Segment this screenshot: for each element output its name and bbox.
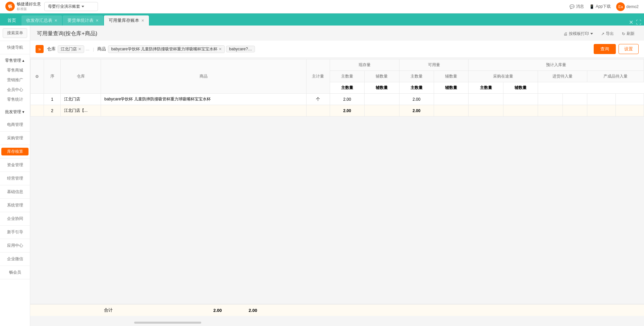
- sidebar-section-wholesale-mgmt: 批发管理 ▼: [0, 106, 30, 118]
- sidebar-item-purchase[interactable]: 采购管理: [0, 132, 30, 145]
- tab-available-stock-close[interactable]: ✕: [141, 18, 144, 23]
- row2-cs-aux: [365, 105, 399, 117]
- th-pp-aux: 辅数量: [503, 82, 538, 94]
- product-tag-value: babycare学饮杯 儿童防摔防撞吸管杯重力球吸嘴杯宝宝水杯: [111, 46, 217, 52]
- tab-available-stock-label: 可用量库存账本: [109, 17, 139, 24]
- row2-pi-aux: [503, 105, 538, 117]
- sidebar-item-retail-mall[interactable]: 零售商城: [1, 65, 29, 75]
- print-template-button[interactable]: 🖨 按模板打印: [561, 30, 596, 38]
- query-button[interactable]: 查询: [594, 44, 616, 54]
- row2-av-main: 2.00: [399, 105, 434, 117]
- warehouse-filter-more[interactable]: …: [86, 47, 90, 51]
- sidebar-item-new-guide[interactable]: 新手引导: [0, 226, 30, 239]
- sidebar-retail-mgmt-header[interactable]: 零售管理 ▲: [1, 56, 29, 65]
- sidebar-item-vip-member[interactable]: 畅会员: [0, 266, 30, 279]
- sidebar-app-center-label: 应用中心: [1, 242, 29, 249]
- tab-order-stats-label: 要货单统计表: [67, 17, 94, 24]
- avatar: Ea: [616, 2, 625, 11]
- horizontal-scrollbar[interactable]: [30, 319, 644, 326]
- logo-area: 畅 畅捷通好生意 标准版: [5, 2, 41, 11]
- message-button[interactable]: 💬 消息: [570, 4, 584, 9]
- filter-expand-button[interactable]: »: [36, 45, 44, 53]
- industry-selector[interactable]: 母婴行业演示账套: [44, 2, 98, 11]
- tab-receipt-summary-close[interactable]: ✕: [54, 18, 57, 23]
- table-container: ⚙ 序 仓库 商品 主计量 现存量 可用量 预计入库量 主数量 辅数量 主数量 …: [30, 59, 644, 117]
- th-cs-main: 主数量: [330, 71, 364, 82]
- scroll-thumb: [134, 322, 201, 324]
- page-header: 可用量查询(按仓库+商品) 🖨 按模板打印 ↗ 导出 ↻ 刷新: [30, 26, 644, 41]
- refresh-icon: ↻: [622, 32, 625, 36]
- refresh-button[interactable]: ↻ 刷新: [619, 30, 637, 38]
- warehouse-tag-value: 江北门店: [61, 46, 77, 52]
- row2-pp-aux: [615, 105, 644, 117]
- nav-expand-button[interactable]: ⛶: [636, 19, 641, 26]
- row1-pp-aux: [615, 94, 644, 105]
- row1-unit: 个: [306, 94, 330, 105]
- sidebar-item-marketing[interactable]: 营销推广: [1, 75, 29, 85]
- th-product-pending: 产成品待入量: [587, 71, 644, 82]
- row1-pi-aux: [503, 94, 538, 105]
- sidebar-item-system-mgmt[interactable]: 系统管理: [0, 199, 30, 212]
- tab-order-stats-close[interactable]: ✕: [96, 18, 99, 23]
- sidebar-purchase-label: 采购管理: [1, 134, 29, 142]
- sidebar-item-enterprise-wechat[interactable]: 企业微信: [0, 252, 30, 266]
- footer-label: 合计: [30, 307, 113, 313]
- nav-right-actions: ✕ ⛶: [629, 19, 641, 26]
- th-pp-main: 主数量: [469, 82, 503, 94]
- sidebar-search-box[interactable]: 搜索菜单: [3, 28, 27, 38]
- sidebar-item-enterprise-collab[interactable]: 企业协同: [0, 212, 30, 226]
- row2-ip-main: [538, 105, 562, 117]
- tab-home[interactable]: 首页: [3, 15, 21, 26]
- sidebar-search[interactable]: 搜索菜单: [0, 26, 30, 41]
- sidebar-item-inventory[interactable]: 库存核算: [0, 145, 30, 158]
- th-pi-aux: 辅数量: [365, 82, 399, 94]
- settings-button[interactable]: 设置: [619, 44, 639, 54]
- row1-warehouse: 江北门店: [61, 94, 101, 105]
- tab-available-stock[interactable]: 可用量库存账本 ✕: [104, 15, 149, 26]
- user-name: demo2: [626, 4, 639, 9]
- th-product: 商品: [101, 59, 307, 94]
- tab-receipt-summary-label: 收发存汇总表: [26, 17, 52, 24]
- th-current-stock: 现存量: [330, 59, 399, 71]
- print-chevron-icon: [590, 33, 593, 35]
- sidebar-ecommerce-label: 电商管理: [1, 121, 29, 129]
- table-body: 1 江北门店 babycare学饮杯 儿童防摔防撞吸管杯重力球吸嘴杯宝宝水杯 个…: [31, 94, 644, 117]
- page-actions: 🖨 按模板打印 ↗ 导出 ↻ 刷新: [561, 30, 637, 38]
- data-table: ⚙ 序 仓库 商品 主计量 现存量 可用量 预计入库量 主数量 辅数量 主数量 …: [30, 59, 644, 117]
- sidebar-item-app-center[interactable]: 应用中心: [0, 239, 30, 252]
- export-label: 导出: [606, 31, 614, 37]
- warehouse-filter-tags: 江北门店 ✕ …: [58, 45, 90, 53]
- top-bar: 畅 畅捷通好生意 标准版 母婴行业演示账套 💬 消息 📱 App下载 Ea de…: [0, 0, 644, 13]
- print-icon: 🖨: [564, 32, 568, 36]
- export-button[interactable]: ↗ 导出: [598, 30, 616, 38]
- page-title: 可用量查询(按仓库+商品): [37, 30, 97, 37]
- main-layout: 搜索菜单 快捷导航 零售管理 ▲ 零售商城 营销推广 会员中心 零售统计 批发管…: [0, 26, 644, 326]
- sidebar-operations-label: 经营管理: [1, 175, 29, 182]
- sidebar-wholesale-mgmt-header[interactable]: 批发管理 ▼: [1, 107, 29, 117]
- product-filter-label: 商品: [97, 46, 106, 52]
- sidebar-item-ecommerce[interactable]: 电商管理: [0, 118, 30, 132]
- sidebar-item-operations[interactable]: 经营管理: [0, 172, 30, 185]
- sidebar-item-retail-stats[interactable]: 零售统计: [1, 95, 29, 104]
- product-tag-value2: babycare?…: [229, 47, 252, 51]
- row2-pi-main: [469, 105, 503, 117]
- warehouse-tag-close[interactable]: ✕: [78, 47, 81, 51]
- row2-check: [31, 105, 44, 117]
- nav-close-button[interactable]: ✕: [629, 19, 633, 26]
- industry-selector-label: 母婴行业演示账套: [48, 4, 80, 9]
- tab-receipt-summary[interactable]: 收发存汇总表 ✕: [21, 15, 62, 26]
- sidebar-item-finance[interactable]: 资金管理: [0, 158, 30, 172]
- sidebar-item-quick-nav[interactable]: 快捷导航: [0, 41, 30, 54]
- th-settings[interactable]: ⚙: [31, 59, 44, 94]
- nav-tabs: 首页 收发存汇总表 ✕ 要货单统计表 ✕ 可用量库存账本 ✕ ✕ ⛶: [0, 13, 644, 26]
- sidebar-item-member-center[interactable]: 会员中心: [1, 85, 29, 95]
- print-label: 按模板打印: [569, 31, 589, 37]
- product-tag-close[interactable]: ✕: [219, 47, 222, 51]
- sidebar-item-basic-info[interactable]: 基础信息: [0, 185, 30, 199]
- triangle-down-icon: ▼: [22, 110, 25, 114]
- user-profile[interactable]: Ea demo2: [616, 2, 639, 11]
- app-download-button[interactable]: 📱 App下载: [589, 4, 611, 9]
- app-download-label: App下载: [596, 4, 611, 9]
- tab-order-stats[interactable]: 要货单统计表 ✕: [63, 15, 103, 26]
- logo-text: 畅捷通好生意: [17, 2, 41, 6]
